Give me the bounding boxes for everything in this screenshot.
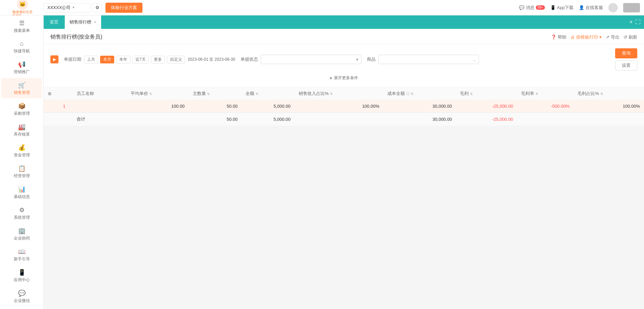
col-settings-icon: ⚙ xyxy=(48,91,52,96)
filter-collapse-btn[interactable]: ▶ xyxy=(50,55,58,63)
sidebar-label-system: 系统管理 xyxy=(14,215,30,220)
top-right-area: 💬 消息 99+ 📱 App下载 👤 在线客服 xyxy=(519,3,640,12)
sidebar-item-purchase[interactable]: 📦 采购管理 xyxy=(1,99,42,119)
last-month-btn[interactable]: 上月 xyxy=(84,56,98,63)
sidebar-item-app-center[interactable]: 📱 应用中心 xyxy=(1,265,42,286)
tab-label: 销售排行榜 xyxy=(70,19,91,25)
print-chevron-icon: ▾ xyxy=(599,35,602,40)
trial-button[interactable]: 体验行业方案 xyxy=(105,3,142,13)
message-icon: 💬 xyxy=(519,5,524,10)
refresh-button[interactable]: ↺ 刷新 xyxy=(624,34,637,40)
sidebar-label-basic-info: 基础信息 xyxy=(14,194,30,200)
refresh-label: 刷新 xyxy=(629,34,637,40)
page-title: 销售排行榜(按业务员) xyxy=(50,34,102,41)
footer-settings-cell xyxy=(44,112,56,126)
sidebar-item-finance[interactable]: 💰 资金管理 xyxy=(1,141,42,161)
status-label: 单据状态 xyxy=(241,56,258,62)
sidebar-item-inventory[interactable]: 🏭 库存核算 xyxy=(1,120,42,140)
sidebar-item-basic-info[interactable]: 📊 基础信息 xyxy=(1,182,42,202)
sidebar-item-quick-nav[interactable]: ⌂ 快捷导航 xyxy=(1,37,42,57)
table-row[interactable]: 1100.0050.005,000.00100.00%30,000.00-25,… xyxy=(44,100,644,113)
sidebar-item-enterprise[interactable]: 🏢 企业协同 xyxy=(1,224,42,244)
help-button[interactable]: ❓ 帮助 xyxy=(551,34,566,40)
date-label: 单据日期 xyxy=(64,56,81,62)
help-label: 帮助 xyxy=(558,34,566,40)
sidebar-item-guide[interactable]: 📖 新手引导 xyxy=(1,245,42,265)
system-icon: ⚙ xyxy=(19,206,25,214)
goods-select[interactable]: ... xyxy=(378,55,479,64)
tab-home[interactable]: 首页 xyxy=(44,15,65,29)
app-download-button[interactable]: 📱 App下载 xyxy=(550,5,573,11)
sidebar-item-marketing[interactable]: 📢 营销推广 xyxy=(1,57,42,78)
costamount-info-icon[interactable]: ⓘ xyxy=(406,92,410,96)
costamount-sort-icon[interactable]: ⇅ xyxy=(411,92,414,96)
col-settings[interactable]: ⚙ xyxy=(44,87,56,100)
quick-nav-icon: ⌂ xyxy=(20,40,24,47)
tab-sales-ranking[interactable]: 销售排行榜 × xyxy=(65,15,101,29)
sidebar-item-search-menu[interactable]: ☰ 搜索菜单 xyxy=(1,16,42,36)
settings-button[interactable]: ⚙ xyxy=(93,3,102,12)
avatar2[interactable] xyxy=(623,3,640,12)
row-salespct-cell: 100.00% xyxy=(295,100,383,113)
company-selector[interactable]: XXXXX公司 ▾ xyxy=(44,3,91,12)
sidebar-label-quick-nav: 快捷导航 xyxy=(14,48,30,54)
template-print-button[interactable]: 🖨 按模板打印 ▾ xyxy=(570,34,602,40)
expand-chevron-icon: ▾ xyxy=(330,76,332,81)
sidebar-item-sales[interactable]: 🛒 销售管理 xyxy=(1,78,42,98)
col-avgprice-header: 平均单价 ⇅ xyxy=(127,87,189,100)
col-rank-header xyxy=(56,87,73,100)
amount-sort-icon[interactable]: ⇅ xyxy=(256,92,258,96)
this-month-btn[interactable]: 本月 xyxy=(100,56,114,63)
table-footer: 合计 50.00 5,000.00 xyxy=(44,112,644,126)
data-table: ⚙ 员工名称 平均单价 ⇅ xyxy=(44,87,644,126)
avatar[interactable] xyxy=(608,3,618,12)
filter-settings-button[interactable]: 设置 xyxy=(615,60,637,70)
export-button[interactable]: ↗ 导出 xyxy=(606,34,619,40)
row-gross-cell: -25,000.00 xyxy=(456,100,517,113)
col-mainqty-header: 主数量 ⇅ xyxy=(189,87,242,100)
grossrate-sort-icon[interactable]: ⇅ xyxy=(535,92,538,96)
page-inner: 销售排行榜(按业务员) ❓ 帮助 🖨 按模板打印 ▾ xyxy=(44,29,644,126)
sidebar-item-operations[interactable]: 📋 经营管理 xyxy=(1,161,42,182)
custom-btn[interactable]: 自定义 xyxy=(167,56,185,63)
date-filter-item: 单据日期 上月 本月 本年 近7天 更多 自定义 2023-06-01 至 20… xyxy=(64,56,235,63)
sidebar-items: ☰ 搜索菜单 ⌂ 快捷导航 📢 营销推广 🛒 销售管理 📦 采购管理 🏭 库存核… xyxy=(0,15,43,309)
this-year-btn[interactable]: 本年 xyxy=(116,56,130,63)
expand-more-btn[interactable]: ▾ 展开更多条件 xyxy=(50,73,637,83)
sidebar-item-member[interactable]: V 畅会员 xyxy=(1,307,42,309)
sidebar-item-wechat[interactable]: 💬 企业微信 xyxy=(1,286,42,306)
query-button[interactable]: 查询 xyxy=(615,48,637,58)
avgprice-sort-icon[interactable]: ⇅ xyxy=(149,92,152,96)
footer-salespct-cell xyxy=(295,112,383,126)
footer-mainqty-cell: 50.00 xyxy=(189,112,242,126)
salespct-sort-icon[interactable]: ⇅ xyxy=(330,92,333,96)
row-avgprice-cell: 100.00 xyxy=(127,100,189,113)
enterprise-icon: 🏢 xyxy=(18,227,26,235)
guide-icon: 📖 xyxy=(18,248,26,255)
window-maximize-button[interactable]: ⛶ xyxy=(635,19,641,25)
status-filter-item: 单据状态 ▾ xyxy=(241,55,361,64)
table-header-row: ⚙ 员工名称 平均单价 ⇅ xyxy=(44,87,644,100)
col-grosspct-header: 毛利占比% ⇅ xyxy=(573,87,644,100)
tab-close-icon[interactable]: × xyxy=(94,20,96,24)
logo-area: 🐱 畅康通好生意标准版 xyxy=(4,0,41,17)
row-costamount-cell: 30,000.00 xyxy=(383,100,456,113)
filter-bar: ▶ 单据日期 上月 本月 本年 近7天 更多 xyxy=(44,44,644,87)
message-button[interactable]: 💬 消息 99+ xyxy=(519,5,545,11)
last7-btn[interactable]: 近7天 xyxy=(132,56,149,63)
grosspct-sort-icon[interactable]: ⇅ xyxy=(600,92,603,96)
table-footer-row: 合计 50.00 5,000.00 xyxy=(44,112,644,126)
online-service-button[interactable]: 👤 在线客服 xyxy=(579,5,603,11)
refresh-icon: ↺ xyxy=(624,35,627,40)
sidebar-label-inventory: 库存核算 xyxy=(14,132,30,137)
sidebar: ☰ 搜索菜单 ⌂ 快捷导航 📢 营销推广 🛒 销售管理 📦 采购管理 🏭 库存核… xyxy=(0,15,44,309)
status-select[interactable]: ▾ xyxy=(261,55,361,64)
window-close-button[interactable]: × xyxy=(630,19,633,25)
mainqty-sort-icon[interactable]: ⇅ xyxy=(207,92,210,96)
sidebar-item-system[interactable]: ⚙ 系统管理 xyxy=(1,203,42,223)
more-btn[interactable]: 更多 xyxy=(151,56,165,63)
tab-bar-right: × ⛶ xyxy=(630,15,644,29)
sidebar-label-search-menu: 搜索菜单 xyxy=(14,28,30,34)
basic-info-icon: 📊 xyxy=(18,186,26,193)
gross-sort-icon[interactable]: ⇅ xyxy=(470,92,473,96)
